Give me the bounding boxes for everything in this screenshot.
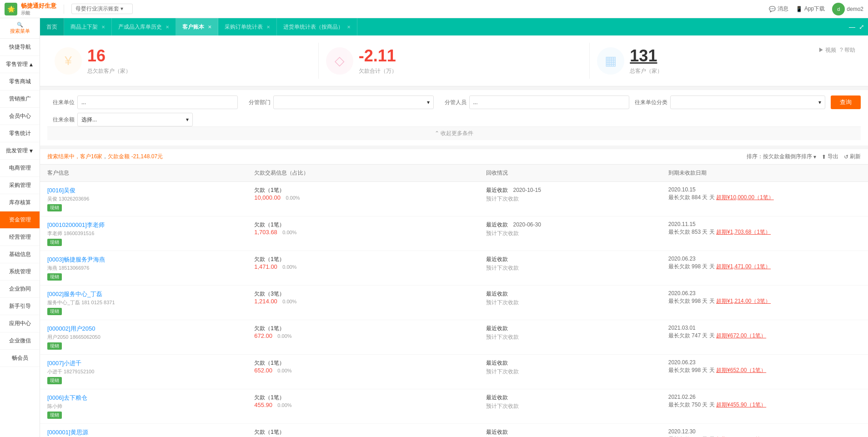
- tab-expand-icon[interactable]: ⤢: [859, 23, 864, 30]
- filter-select-dept[interactable]: ▾: [273, 95, 434, 109]
- sidebar-item-basic-info[interactable]: 基础信息: [0, 246, 40, 263]
- debt-amount-6[interactable]: 455.90: [254, 402, 272, 408]
- customer-phone-2: 海燕 18513066976: [47, 265, 240, 271]
- debt-amount-0[interactable]: 10,000.00: [254, 194, 281, 201]
- tab-goods-stats[interactable]: 进货单统计表（按商品） ✕: [277, 18, 357, 35]
- sidebar-item-marketing[interactable]: 营销推广: [0, 90, 40, 108]
- collapse-bar[interactable]: ⌃ 收起更多条件: [47, 126, 861, 140]
- overdue-link-3[interactable]: 超期¥1,214.00（3笔）: [716, 298, 771, 304]
- user-menu[interactable]: d demo2: [832, 3, 863, 15]
- overdue-link-5[interactable]: 超期¥652.00（1笔）: [716, 367, 766, 373]
- filter-item-person: 分管人员 ...: [439, 95, 630, 109]
- sidebar-item-ecommerce[interactable]: 电商管理: [0, 160, 40, 177]
- customer-name-3[interactable]: [0002]服务中心_丁磊: [47, 290, 240, 298]
- overdue-link-0[interactable]: 超期¥10,000.00（1笔）: [716, 194, 774, 201]
- customer-name-2[interactable]: [0003]畅捷服务尹海燕: [47, 256, 240, 264]
- filter-select-balance[interactable]: 选择... ▾: [77, 113, 193, 126]
- query-button[interactable]: 查询: [831, 95, 861, 109]
- customer-name-7[interactable]: [000001]黄思源: [47, 428, 240, 437]
- stat-label-debt-total: 欠款合计（万）: [359, 67, 397, 75]
- cell-customer-4: [000002]用户2050 用户2050 18665062050 现销: [40, 320, 247, 355]
- sidebar-item-wholesale[interactable]: 批发管理▼: [0, 142, 40, 160]
- stat-label-debt-customers: 总欠款客户（家）: [87, 67, 131, 75]
- debt-amount-3[interactable]: 1,214.00: [254, 298, 277, 305]
- due-date-3: 2020.06.23: [668, 290, 861, 296]
- tab-close-goods-stats[interactable]: ✕: [347, 25, 351, 30]
- stat-card-2-info: -2.11 欠款合计（万）: [359, 46, 397, 75]
- sidebar-item-retail-mgmt[interactable]: 零售管理▲: [0, 56, 40, 73]
- tab-home[interactable]: 首页: [40, 18, 64, 35]
- sort-text: 排序：按欠款金额倒序排序 ▾: [747, 153, 816, 161]
- debt-pct-1: 0.00%: [282, 230, 296, 235]
- tab-close-customer-ledger[interactable]: ✕: [208, 25, 211, 30]
- due-date-7: 2020.12.30: [668, 428, 861, 435]
- results-summary: 搜索结果中，客户16家，欠款金额 -21,148.07元: [47, 153, 163, 161]
- customer-name-1[interactable]: [00010200001]李老师: [47, 221, 240, 229]
- app-download-btn[interactable]: 📱 App下载: [796, 5, 825, 13]
- help-icon: ?: [840, 47, 843, 53]
- tab-close-product-history[interactable]: ✕: [166, 25, 169, 30]
- video-btn[interactable]: ▶ 视频: [818, 46, 836, 54]
- help-btn[interactable]: ? 帮助: [840, 46, 855, 54]
- debt-amount-4[interactable]: 672.00: [254, 332, 272, 339]
- sidebar-item-member[interactable]: 会员中心: [0, 108, 40, 125]
- sidebar-item-app-center[interactable]: 应用中心: [0, 315, 40, 332]
- avatar: d: [832, 3, 845, 15]
- debt-amount-5[interactable]: 652.00: [254, 367, 272, 374]
- tab-close-purchase-stats[interactable]: ✕: [266, 25, 270, 30]
- filter-select-category[interactable]: ▾: [670, 95, 825, 109]
- sidebar-item-enterprise[interactable]: 企业协同: [0, 281, 40, 298]
- max-days-4: 最长欠款 747 天 天: [668, 332, 716, 339]
- sidebar-item-newbie[interactable]: 新手引导: [0, 298, 40, 315]
- debt-count-4: 欠款（1笔）: [254, 325, 472, 332]
- debt-amount-2[interactable]: 1,471.00: [254, 263, 277, 270]
- tab-customer-ledger[interactable]: 客户账本 ✕: [176, 18, 218, 35]
- filter-label-person: 分管人员: [439, 99, 467, 106]
- export-btn[interactable]: ⬆ 导出: [822, 153, 838, 161]
- overdue-link-1[interactable]: 超期¥1,703.68（1笔）: [716, 229, 771, 235]
- overdue-link-4[interactable]: 超期¥672.00（1笔）: [716, 332, 766, 339]
- sidebar-search[interactable]: 🔍 搜索菜单: [0, 18, 40, 39]
- customer-name-5[interactable]: [0007]小进千: [47, 359, 240, 367]
- customer-name-6[interactable]: [0006]去下粮仓: [47, 394, 240, 402]
- store-select[interactable]: 母婴行业演示账套 ▾: [71, 4, 133, 14]
- sidebar-item-wechat[interactable]: 企业微信: [0, 332, 40, 350]
- table-row: [0016]吴俊 吴俊 13026203696 现销 欠款（1笔） 10,000…: [40, 182, 868, 216]
- due-date-5: 2020.06.23: [668, 359, 861, 366]
- sidebar-item-system[interactable]: 系统管理: [0, 263, 40, 281]
- overdue-link-6[interactable]: 超期¥455.90（1笔）: [716, 402, 766, 408]
- cell-due-2: 2020.06.23 最长欠款 998 天 天 超期¥1,471.00（1笔）: [661, 251, 868, 286]
- download-icon: 📱: [796, 6, 803, 12]
- sidebar-item-retail-stats[interactable]: 零售统计: [0, 125, 40, 142]
- customer-name-4[interactable]: [000002]用户2050: [47, 325, 240, 333]
- logo-text: 畅捷通好生意 示能: [21, 2, 56, 16]
- debt-amount-1[interactable]: 1,703.68: [254, 229, 277, 236]
- message-btn[interactable]: 💬 消息: [769, 5, 788, 13]
- sidebar-item-finance[interactable]: 资金管理: [0, 211, 40, 229]
- tab-minimize-icon[interactable]: —: [849, 23, 855, 30]
- sidebar-item-quick-nav[interactable]: 快捷导航: [0, 39, 40, 56]
- sidebar-item-purchase[interactable]: 采购管理: [0, 177, 40, 194]
- cell-customer-3: [0002]服务中心_丁磊 服务中心_丁磊 181 0125 8371 现销: [40, 286, 247, 320]
- tag-xian-0: 现销: [47, 204, 62, 211]
- last-collect-label-0: 最近收款: [486, 187, 508, 193]
- sidebar-item-retail-mall[interactable]: 零售商城: [0, 73, 40, 90]
- tab-close-product-listing[interactable]: ✕: [101, 25, 105, 30]
- debt-count-3: 欠款（3笔）: [254, 290, 472, 298]
- refresh-btn[interactable]: ↺ 刷新: [844, 153, 861, 161]
- filter-item-dept: 分管部门 ▾: [243, 95, 434, 109]
- tab-product-history[interactable]: 产成品入库单历史 ✕: [112, 18, 176, 35]
- filter-input-unit[interactable]: ...: [77, 95, 238, 109]
- sidebar-item-member2[interactable]: 畅会员: [0, 350, 40, 367]
- cell-customer-0: [0016]吴俊 吴俊 13026203696 现销: [40, 182, 247, 216]
- next-collect-6: 预计下次收款: [486, 402, 654, 410]
- filter-input-person[interactable]: ...: [469, 95, 630, 109]
- table-row: [000002]用户2050 用户2050 18665062050 现销 欠款（…: [40, 320, 868, 355]
- cell-customer-7: [000001]黄思源 黄思源 13552700226 现销: [40, 424, 247, 437]
- sidebar-item-operations[interactable]: 经营管理: [0, 229, 40, 246]
- sidebar-item-inventory[interactable]: 库存核算: [0, 194, 40, 211]
- customer-name-0[interactable]: [0016]吴俊: [47, 186, 240, 195]
- tab-product-listing[interactable]: 商品上下架 ✕: [64, 18, 112, 35]
- overdue-link-2[interactable]: 超期¥1,471.00（1笔）: [716, 263, 771, 270]
- tab-purchase-stats[interactable]: 采购订单统计表 ✕: [218, 18, 277, 35]
